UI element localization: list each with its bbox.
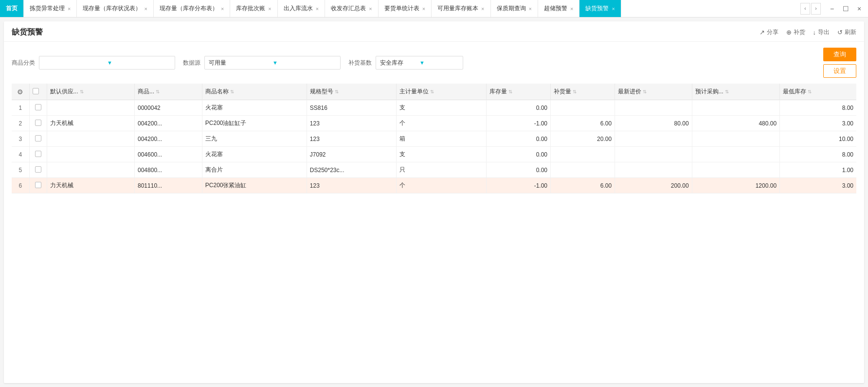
nav-tab-6[interactable]: 收发存汇总表×	[325, 0, 378, 18]
window-close-btn[interactable]: ×	[854, 4, 864, 14]
replenish-button[interactable]: ⊕ 补货	[786, 28, 805, 36]
nav-tab-1[interactable]: 拣货异常处理×	[24, 0, 77, 18]
row-num-3: 4	[12, 147, 29, 162]
row-min-1: 3.00	[780, 116, 856, 131]
row-unit-0: 支	[397, 100, 487, 116]
window-restore-btn[interactable]: ☐	[841, 4, 850, 14]
nav-tab-8[interactable]: 可用量库存账本×	[432, 0, 490, 18]
row-price-5: 200.00	[615, 178, 692, 194]
sort-icon-name[interactable]: ⇅	[230, 89, 234, 94]
gear-icon[interactable]: ⚙	[17, 88, 23, 96]
row-checkbox-5[interactable]	[29, 178, 47, 194]
page-content: 缺货预警 ↗ 分享 ⊕ 补货 ↓ 导出 ↺ 刷新	[4, 21, 864, 383]
table-row: 2 力天机械 004200... PC200油缸缸子 123 个 -1.00 6…	[12, 116, 856, 131]
row-name-5: PC200张紧油缸	[202, 178, 307, 194]
th-latest-price: 最新进价⇅	[615, 84, 692, 100]
table-container: ⚙ 默认供应...⇅ 商品...⇅ 商品名称⇅	[4, 84, 864, 201]
nav-next-arrow[interactable]: ›	[811, 3, 821, 15]
th-default-supplier: 默认供应...⇅	[47, 84, 135, 100]
row-cb-4[interactable]	[35, 166, 41, 173]
row-checkbox-1[interactable]	[29, 116, 47, 131]
nav-tab-3[interactable]: 现存量（库存分布表）×	[154, 0, 230, 18]
row-stock-1: -1.00	[486, 116, 550, 131]
nav-prev-arrow[interactable]: ‹	[800, 3, 810, 15]
settings-button[interactable]: 设置	[823, 64, 856, 78]
sort-icon-supplier[interactable]: ⇅	[80, 89, 84, 94]
row-checkbox-2[interactable]	[29, 131, 47, 147]
nav-tab-close-3[interactable]: ×	[221, 6, 224, 12]
row-code-1: 004200...	[135, 116, 202, 131]
query-button[interactable]: 查询	[823, 48, 856, 61]
nav-tab-11[interactable]: 缺货预警×	[579, 0, 621, 18]
row-supplier-1: 力天机械	[47, 116, 135, 131]
row-checkbox-4[interactable]	[29, 162, 47, 178]
nav-tab-close-5[interactable]: ×	[316, 6, 319, 12]
window-minimize-btn[interactable]: −	[827, 4, 837, 14]
nav-tab-close-9[interactable]: ×	[529, 6, 532, 12]
sort-icon-unit[interactable]: ⇅	[430, 89, 434, 94]
row-replenish-1: 6.00	[551, 116, 615, 131]
refresh-icon: ↺	[837, 29, 843, 36]
row-unit-5: 个	[397, 178, 487, 194]
row-est-3	[692, 147, 780, 162]
row-est-5: 1200.00	[692, 178, 780, 194]
refresh-button[interactable]: ↺ 刷新	[837, 28, 856, 36]
datasource-label: 数据源	[183, 59, 200, 67]
nav-tab-7[interactable]: 要货单统计表×	[379, 0, 432, 18]
replenish-basis-dropdown-arrow: ▼	[419, 60, 459, 66]
row-cb-2[interactable]	[35, 135, 41, 141]
nav-tab-close-2[interactable]: ×	[144, 6, 147, 12]
row-cb-1[interactable]	[35, 120, 41, 126]
table-row: 3 004200... 三九 123 箱 0.00 20.00 10.00	[12, 131, 856, 147]
datasource-select[interactable]: 可用量 ▼	[204, 56, 341, 70]
row-supplier-0	[47, 100, 135, 116]
category-select[interactable]: ▼	[39, 56, 175, 70]
sort-icon-code[interactable]: ⇅	[156, 89, 160, 94]
sort-icon-spec[interactable]: ⇅	[335, 89, 339, 94]
sort-icon-stock[interactable]: ⇅	[508, 89, 512, 94]
nav-tab-close-6[interactable]: ×	[369, 6, 372, 12]
filter-actions: 查询 设置	[823, 48, 856, 78]
nav-tab-9[interactable]: 保质期查询×	[491, 0, 538, 18]
nav-tab-close-7[interactable]: ×	[422, 6, 425, 12]
nav-tab-5[interactable]: 出入库流水×	[278, 0, 325, 18]
row-name-3: 火花塞	[202, 147, 307, 162]
nav-tab-label-11: 缺货预警	[585, 4, 609, 13]
share-icon: ↗	[760, 29, 765, 36]
nav-tab-2[interactable]: 现存量（库存状况表）×	[77, 0, 153, 18]
select-all-checkbox[interactable]	[33, 88, 39, 94]
export-button[interactable]: ↓ 导出	[813, 28, 830, 36]
nav-tab-close-10[interactable]: ×	[570, 6, 573, 12]
nav-tab-4[interactable]: 库存批次账×	[230, 0, 277, 18]
filter-bar: 商品分类 ▼ 数据源 可用量 ▼ 补货基数 安全库存 ▼	[4, 42, 864, 84]
nav-tab-close-8[interactable]: ×	[481, 6, 484, 12]
row-cb-0[interactable]	[35, 104, 41, 110]
replenish-basis-select[interactable]: 安全库存 ▼	[376, 56, 463, 70]
table-row: 1 0000042 火花塞 SS816 支 0.00 8.00	[12, 100, 856, 116]
row-num-4: 5	[12, 162, 29, 178]
sort-icon-replenish[interactable]: ⇅	[573, 89, 577, 94]
nav-tab-close-1[interactable]: ×	[68, 6, 71, 12]
nav-tab-close-4[interactable]: ×	[268, 6, 271, 12]
nav-tab-label-7: 要货单统计表	[384, 4, 419, 13]
sort-icon-price[interactable]: ⇅	[643, 89, 647, 94]
th-stock-qty: 库存量⇅	[486, 84, 550, 100]
nav-tab-close-11[interactable]: ×	[612, 6, 615, 12]
page-header: 缺货预警 ↗ 分享 ⊕ 补货 ↓ 导出 ↺ 刷新	[4, 21, 864, 42]
row-cb-3[interactable]	[35, 151, 41, 157]
share-button[interactable]: ↗ 分享	[760, 28, 778, 36]
row-unit-4: 只	[397, 162, 487, 178]
nav-tab-0[interactable]: 首页	[0, 0, 24, 18]
category-filter-group: 商品分类 ▼	[12, 56, 175, 70]
row-cb-5[interactable]	[35, 182, 41, 188]
nav-tab-10[interactable]: 超储预警×	[538, 0, 579, 18]
row-min-0: 8.00	[780, 100, 856, 116]
th-unit-label: 主计量单位	[399, 88, 429, 96]
row-checkbox-3[interactable]	[29, 147, 47, 162]
row-supplier-5: 力天机械	[47, 178, 135, 194]
nav-tab-label-0: 首页	[6, 4, 18, 13]
sort-icon-est[interactable]: ⇅	[725, 89, 729, 94]
header-actions: ↗ 分享 ⊕ 补货 ↓ 导出 ↺ 刷新	[760, 28, 857, 36]
row-checkbox-0[interactable]	[29, 100, 47, 116]
sort-icon-min[interactable]: ⇅	[808, 89, 812, 94]
